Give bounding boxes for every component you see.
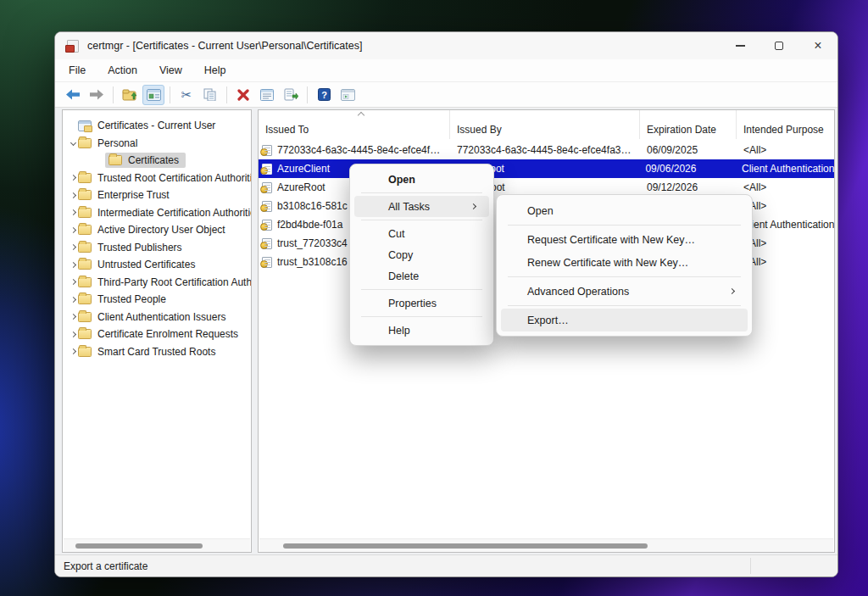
menu-file[interactable]: File <box>69 64 86 76</box>
certificate-icon <box>262 182 272 193</box>
chevron-right-icon[interactable] <box>68 245 78 249</box>
menu-action[interactable]: Action <box>108 64 137 76</box>
context-menu-open[interactable]: Open <box>354 169 489 190</box>
tree-item-intermediate[interactable]: Intermediate Certification Authorities <box>63 204 251 222</box>
tree-item-root[interactable]: Certificates - Current User <box>63 117 251 135</box>
tree-item-client-auth-issuers[interactable]: Client Authentication Issuers <box>63 309 251 326</box>
chevron-right-icon[interactable] <box>68 349 78 354</box>
chevron-right-icon[interactable] <box>68 263 78 267</box>
copy-icon <box>203 88 217 101</box>
export-list-icon <box>284 88 298 101</box>
context-menu-cut[interactable]: Cut <box>354 223 489 244</box>
help-icon: ? <box>318 88 331 101</box>
toolbar-separator <box>307 86 308 103</box>
tree-item-trusted-people[interactable]: Trusted People <box>63 291 251 309</box>
context-menu-help[interactable]: Help <box>354 320 489 341</box>
context-menu-all-tasks[interactable]: All Tasks <box>354 196 489 217</box>
submenu-renew-certificate[interactable]: Renew Certificate with New Key… <box>501 251 748 274</box>
up-one-level-button[interactable] <box>119 85 141 105</box>
column-header-expiration-date[interactable]: Expiration Date <box>640 124 737 136</box>
submenu-export[interactable]: Export… <box>501 309 748 331</box>
all-tasks-submenu: Open Request Certificate with New Key… R… <box>496 194 753 337</box>
minimize-button[interactable] <box>721 32 760 59</box>
close-icon: × <box>814 39 821 53</box>
table-row-selected[interactable]: AzureClient AzureRoot 09/06/2026 Client … <box>259 159 834 178</box>
folder-icon <box>78 208 92 218</box>
folder-icon <box>78 329 92 339</box>
window-controls: × <box>721 32 837 59</box>
new-window-icon <box>341 89 355 101</box>
toolbar-separator <box>226 86 227 103</box>
folder-icon <box>78 347 92 357</box>
maximize-button[interactable] <box>760 32 798 59</box>
maximize-icon <box>775 42 783 50</box>
tree-item-enterprise-trust[interactable]: Enterprise Trust <box>63 187 251 204</box>
back-button[interactable] <box>62 85 84 105</box>
tree-item-ad-user-object[interactable]: Active Directory User Object <box>63 221 251 239</box>
menu-separator <box>508 305 741 306</box>
tree-item-third-party-root[interactable]: Third-Party Root Certification Authoriti… <box>63 274 251 292</box>
menu-bar: File Action View Help <box>55 59 837 82</box>
scrollbar-thumb[interactable] <box>75 543 203 549</box>
tree-item-trusted-publishers[interactable]: Trusted Publishers <box>63 239 251 257</box>
show-console-tree-button[interactable] <box>142 85 164 105</box>
copy-button[interactable] <box>199 85 221 105</box>
column-header-intended-purpose[interactable]: Intended Purpose <box>737 124 834 136</box>
column-header-issued-to[interactable]: Issued To <box>259 124 450 136</box>
export-list-button[interactable] <box>280 85 302 105</box>
delete-button[interactable] <box>232 85 254 105</box>
tree-selection-highlight: Certificates <box>105 153 186 168</box>
menu-view[interactable]: View <box>159 64 182 76</box>
folder-icon <box>108 155 122 165</box>
chevron-right-icon[interactable] <box>68 175 78 180</box>
tree-item-cert-enrolment-requests[interactable]: Certificate Enrolment Requests <box>63 326 251 343</box>
menu-separator <box>361 316 482 317</box>
folder-icon <box>78 294 92 304</box>
submenu-request-certificate[interactable]: Request Certificate with New Key… <box>501 228 748 251</box>
toolbar-separator <box>113 86 114 103</box>
tree-horizontal-scrollbar[interactable] <box>64 538 250 552</box>
chevron-right-icon[interactable] <box>68 298 78 302</box>
context-menu-delete[interactable]: Delete <box>354 265 489 287</box>
menu-help[interactable]: Help <box>204 64 226 76</box>
chevron-right-icon[interactable] <box>68 193 78 198</box>
properties-button[interactable] <box>256 85 278 105</box>
cut-button[interactable]: ✂ <box>175 85 198 105</box>
submenu-open[interactable]: Open <box>501 199 748 222</box>
context-menu-copy[interactable]: Copy <box>354 244 489 265</box>
tree-item-certificates[interactable]: Certificates <box>63 152 251 170</box>
table-row[interactable]: 772033c4-6a3c-4445-8e4c-efce4f… 772033c4… <box>259 141 834 159</box>
forward-button[interactable] <box>86 85 108 105</box>
new-window-button[interactable] <box>337 85 359 105</box>
scrollbar-thumb[interactable] <box>283 543 648 549</box>
list-horizontal-scrollbar[interactable] <box>259 538 833 552</box>
status-bar: Export a certificate <box>55 554 837 577</box>
chevron-right-icon[interactable] <box>68 228 78 232</box>
tree-item-trusted-root[interactable]: Trusted Root Certification Authorities <box>63 170 251 187</box>
help-button[interactable]: ? <box>313 85 335 105</box>
certificate-tree: Certificates - Current User Personal Cer… <box>63 110 251 360</box>
chevron-down-icon[interactable] <box>68 141 78 145</box>
sort-ascending-icon <box>358 112 364 119</box>
folder-icon <box>78 259 92 270</box>
menu-separator <box>361 220 482 220</box>
close-button[interactable]: × <box>798 32 837 59</box>
submenu-advanced-operations[interactable]: Advanced Operations <box>501 280 748 303</box>
certificate-icon <box>262 238 272 249</box>
menu-separator <box>361 289 482 290</box>
svg-text:?: ? <box>321 90 327 100</box>
minimize-icon <box>736 45 745 47</box>
tree-item-smart-card-roots[interactable]: Smart Card Trusted Roots <box>63 343 251 361</box>
chevron-right-icon[interactable] <box>68 280 78 284</box>
chevron-right-icon[interactable] <box>68 210 78 214</box>
tree-item-personal[interactable]: Personal <box>63 135 251 153</box>
context-menu-properties[interactable]: Properties <box>354 292 489 314</box>
forward-arrow-icon <box>89 89 104 100</box>
certmgr-app-icon <box>67 40 79 53</box>
chevron-right-icon[interactable] <box>68 315 78 319</box>
context-menu: Open All Tasks Cut Copy Delete Propertie… <box>349 164 494 346</box>
certificate-icon <box>262 145 272 156</box>
tree-item-untrusted-certs[interactable]: Untrusted Certificates <box>63 256 251 274</box>
column-header-issued-by[interactable]: Issued By <box>450 124 640 136</box>
chevron-right-icon[interactable] <box>68 332 78 337</box>
